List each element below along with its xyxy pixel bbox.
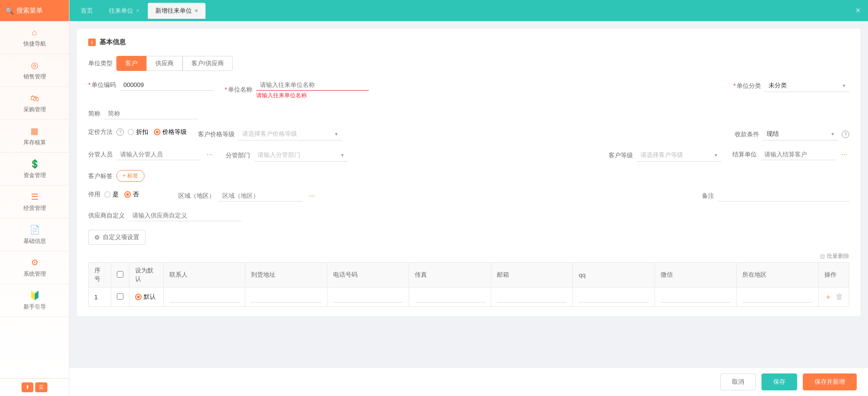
email-input[interactable] [497, 291, 567, 303]
contacts-table: 序号 设为默认 联系人 到货地址 电话号码 传真 邮箱 qq 微信 所在地区 操… [88, 262, 849, 307]
tab-home-label: 首页 [81, 7, 93, 15]
custom-settings-button[interactable]: ⚙ 自定义项设置 [88, 230, 145, 245]
phone-input[interactable] [333, 291, 403, 303]
sidebar-item-inventory[interactable]: ▦ 库存核算 [0, 120, 69, 153]
table-header: 序号 设为默认 联系人 到货地址 电话号码 传真 邮箱 qq 微信 所在地区 操… [89, 263, 849, 287]
row-actions: ＋ 🗑 [824, 292, 843, 302]
cell-region[interactable] [737, 287, 818, 307]
save-and-new-button[interactable]: 保存并新增 [803, 373, 857, 390]
cell-wechat[interactable] [655, 287, 736, 307]
sidebar-item-finance[interactable]: 💲 资金管理 [0, 153, 69, 186]
disabled-no-option[interactable]: 否 [124, 190, 139, 199]
type-btn-both[interactable]: 客户/供应商 [183, 56, 233, 71]
settlement-dots-btn[interactable]: ··· [839, 150, 849, 159]
pricing-radio-group: 折扣 价格等级 [128, 128, 187, 136]
pricing-discount-radio[interactable] [128, 129, 134, 135]
sidebar-search[interactable]: 🔍 搜索菜单 [0, 0, 69, 21]
settlement-input[interactable] [761, 149, 836, 160]
tab-contacts-close[interactable]: × [136, 8, 139, 14]
address-input[interactable] [251, 291, 321, 303]
cell-contact[interactable] [164, 287, 245, 307]
unit-category-select[interactable]: 未分类 ▾ [765, 79, 849, 92]
customer-level-group: 客户等级 请选择客户等级 ▾ [609, 149, 721, 162]
delete-row-button[interactable]: 🗑 [836, 293, 843, 301]
pricing-level-radio[interactable] [154, 129, 160, 135]
tab-contacts[interactable]: 往来单位 × [101, 3, 147, 19]
unit-code-row: *单位编码 *单位名称 请输入往来单位名称 *单位分类 [88, 79, 849, 100]
cancel-button[interactable]: 取消 [720, 373, 756, 390]
qq-input[interactable] [579, 291, 648, 303]
customer-price-select[interactable]: 请选择客户价格等级 ▾ [238, 128, 342, 140]
manager-input[interactable] [116, 149, 201, 160]
sidebar-item-sales[interactable]: ◎ 销售管理 [0, 54, 69, 87]
sidebar-item-operations[interactable]: ☰ 经营管理 [0, 186, 69, 218]
disabled-group: 停用 是 否 [88, 190, 139, 199]
tab-new-contact-close[interactable]: × [195, 8, 198, 14]
required-mark2: * [225, 86, 227, 93]
add-row-button[interactable]: ＋ [824, 292, 832, 302]
short-name-input[interactable] [104, 108, 198, 119]
col-default: 设为默认 [129, 263, 164, 287]
disabled-yes-radio[interactable] [104, 191, 111, 198]
add-tag-button[interactable]: + 标签 [116, 170, 145, 182]
type-btn-supplier[interactable]: 供应商 [146, 56, 183, 71]
pricing-help-icon[interactable]: ? [116, 128, 124, 136]
supplier-custom-group: 供应商自定义 [88, 210, 241, 221]
cell-email[interactable] [491, 287, 572, 307]
sidebar-item-basic[interactable]: 📄 基础信息 [0, 218, 69, 251]
region-input[interactable] [219, 190, 303, 202]
payment-terms-help-icon[interactable]: ? [842, 131, 849, 138]
row-checkbox[interactable] [117, 293, 123, 300]
sidebar-item-system[interactable]: ⚙ 系统管理 [0, 251, 69, 284]
manager-dots-btn[interactable]: ··· [205, 150, 214, 159]
supplier-custom-input[interactable] [129, 210, 241, 221]
unit-code-input[interactable] [120, 79, 213, 91]
tab-new-contact[interactable]: 新增往来单位 × [148, 3, 206, 19]
sidebar-bottom-btn1[interactable]: ⬆ [22, 382, 33, 392]
pricing-discount-option[interactable]: 折扣 [128, 128, 148, 136]
sidebar-item-guide[interactable]: 🔰 新手引导 [0, 284, 69, 317]
operations-icon: ☰ [29, 191, 40, 202]
required-mark3: * [733, 82, 736, 89]
region-dots-btn[interactable]: ··· [307, 192, 317, 200]
pricing-level-option[interactable]: 价格等级 [154, 128, 187, 136]
select-all-checkbox[interactable] [117, 271, 123, 278]
cell-phone[interactable] [327, 287, 409, 307]
type-btn-customer[interactable]: 客户 [116, 56, 146, 71]
disabled-yes-option[interactable]: 是 [104, 190, 119, 199]
unit-category-arrow: ▾ [843, 83, 845, 89]
col-qq: qq [573, 263, 655, 287]
sidebar: 🔍 搜索菜单 ⌂ 快捷导航 ◎ 销售管理 🛍 采购管理 ▦ 库存核算 💲 资金管… [0, 0, 69, 396]
cell-fax[interactable] [409, 287, 491, 307]
fax-input[interactable] [415, 291, 485, 303]
contact-input[interactable] [169, 291, 239, 303]
customer-level-select[interactable]: 请选择客户等级 ▾ [637, 149, 721, 162]
wechat-input[interactable] [661, 291, 731, 303]
unit-name-group: *单位名称 请输入往来单位名称 [225, 79, 722, 100]
department-select[interactable]: 请输入分管部门 ▾ [254, 149, 348, 162]
tabbar: 首页 往来单位 × 新增往来单位 × × [69, 0, 868, 21]
default-radio-option[interactable]: 默认 [135, 293, 156, 301]
col-index: 序号 [89, 263, 111, 287]
cell-region-input[interactable] [742, 291, 812, 303]
sidebar-item-purchase[interactable]: 🛍 采购管理 [0, 87, 69, 120]
unit-code-group: *单位编码 [88, 79, 213, 91]
batch-delete-label[interactable]: 批量删除 [827, 252, 849, 260]
tabbar-close-btn[interactable]: × [852, 6, 864, 16]
disabled-no-radio[interactable] [124, 191, 131, 198]
cell-address[interactable] [245, 287, 327, 307]
default-radio[interactable] [135, 294, 142, 300]
unit-name-input[interactable] [256, 79, 369, 91]
notes-input[interactable] [718, 190, 849, 202]
cell-default: 默认 [129, 287, 164, 307]
customer-price-group: 客户价格等级 请选择客户价格等级 ▾ [198, 128, 723, 140]
cell-checkbox [111, 287, 129, 307]
batch-delete-area: ⊡ 批量删除 [88, 252, 849, 260]
tab-home[interactable]: 首页 [73, 3, 100, 19]
sidebar-bottom-btn2[interactable]: ☰ [35, 382, 47, 392]
save-button[interactable]: 保存 [761, 373, 797, 390]
sidebar-item-quick-nav[interactable]: ⌂ 快捷导航 [0, 21, 69, 54]
basic-icon: 📄 [29, 224, 40, 235]
cell-qq[interactable] [573, 287, 655, 307]
payment-terms-select[interactable]: 现结 ▾ [763, 128, 838, 140]
